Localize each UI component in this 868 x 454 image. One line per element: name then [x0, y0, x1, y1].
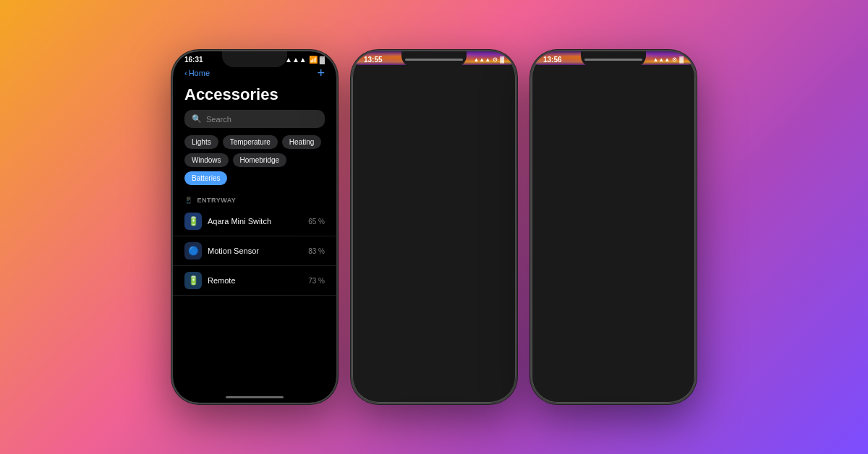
signal-icon-2: ▲▲▲: [473, 56, 490, 63]
back-button[interactable]: ‹ Home: [184, 69, 210, 77]
device-name-1: Aqara Mini Switch: [208, 217, 302, 226]
tag-lights[interactable]: Lights: [184, 135, 218, 149]
device-icon-2: 🔵: [184, 242, 202, 260]
device-pct-3: 73 %: [308, 277, 325, 285]
page-title: Accessories: [173, 82, 336, 110]
status-icons-3: ▲▲▲ ⊙ ▓: [652, 56, 684, 63]
home-indicator-3: [584, 59, 642, 61]
search-placeholder: Search: [206, 115, 231, 124]
phone-accessories: 16:31 ▲▲▲ 📶 ▓ ‹ Home + Accessories 🔍 Sea…: [171, 50, 338, 404]
device-icon-1: 🔋: [184, 213, 202, 230]
tags-row-1: Lights Temperature Heating: [173, 135, 336, 149]
device-item-2[interactable]: 🔵 Motion Sensor 83 %: [173, 236, 336, 266]
device-item-1[interactable]: 🔋 Aqara Mini Switch 65 %: [173, 207, 336, 236]
signal-icon: ▲▲▲: [285, 56, 307, 64]
wifi-icon-3: ⊙: [672, 56, 677, 63]
device-pct-2: 83 %: [308, 247, 325, 255]
status-time-1: 16:31: [184, 56, 203, 64]
search-bar[interactable]: 🔍 Search: [184, 110, 325, 128]
phone-controller-1: 13:55 ▲▲▲ ⊙ ▓ ⌂ Backdoor ⌂ Patio: [351, 50, 517, 404]
device-icon-3: 🔋: [184, 272, 202, 289]
signal-icon-3: ▲▲▲: [652, 56, 670, 63]
section-icon: 📱: [184, 197, 193, 204]
device-name-3: Remote: [208, 276, 302, 285]
tag-heating[interactable]: Heating: [282, 135, 321, 149]
device-pct-1: 65 %: [308, 218, 325, 226]
status-time-2: 13:55: [364, 56, 383, 64]
status-bar-1: 16:31 ▲▲▲ 📶 ▓: [173, 51, 336, 65]
battery-icon-2: ▓: [500, 56, 504, 63]
back-chevron: ‹: [184, 69, 187, 77]
status-icons-2: ▲▲▲ ⊙ ▓: [473, 56, 504, 63]
section-entryway: 📱 ENTRYWAY: [173, 189, 336, 207]
tag-homebridge[interactable]: Homebridge: [233, 153, 286, 167]
status-icons-1: ▲▲▲ 📶 ▓: [285, 56, 325, 64]
battery-icon-3: ▓: [679, 56, 684, 63]
tag-batteries[interactable]: Batteries: [184, 171, 227, 185]
status-time-3: 13:56: [543, 56, 562, 64]
add-button[interactable]: +: [317, 67, 325, 80]
battery-icon: ▓: [320, 56, 325, 64]
wifi-icon-2: ⊙: [493, 56, 498, 63]
app-header: ‹ Home +: [173, 65, 336, 82]
home-indicator-1: [226, 396, 284, 398]
device-item-3[interactable]: 🔋 Remote 73 %: [173, 266, 336, 296]
tag-windows[interactable]: Windows: [184, 153, 229, 167]
back-label: Home: [189, 69, 210, 77]
phone-controller-2: 13:56 ▲▲▲ ⊙ ▓ 💡 Lights On ⊘ Lights Out: [530, 50, 697, 404]
tag-temperature[interactable]: Temperature: [223, 135, 278, 149]
device-name-2: Motion Sensor: [208, 247, 302, 255]
search-icon: 🔍: [192, 114, 202, 124]
tags-row-2: Windows Homebridge Batteries: [173, 153, 336, 185]
section-label: ENTRYWAY: [197, 197, 237, 204]
home-indicator-2: [405, 59, 463, 61]
wifi-icon: 📶: [309, 56, 318, 64]
